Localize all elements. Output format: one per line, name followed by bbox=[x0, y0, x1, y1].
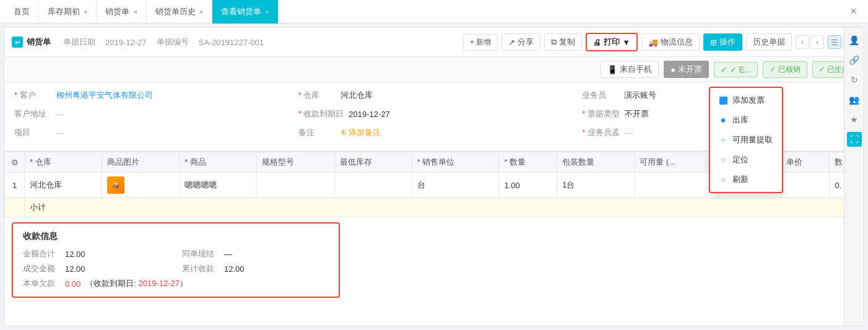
sales-rep-label: 业务员孟 bbox=[582, 127, 620, 138]
nav-arrows: ‹ › bbox=[796, 35, 824, 49]
tab-view-close[interactable]: × bbox=[265, 8, 269, 15]
tab-sales-label: 销货单 bbox=[105, 6, 129, 17]
sidebar-star-btn[interactable]: ★ bbox=[847, 112, 862, 127]
doc-type-icon: ↩ bbox=[12, 37, 23, 48]
tab-sales[interactable]: 销货单 × bbox=[97, 0, 146, 24]
not-open-icon: ● bbox=[671, 65, 675, 74]
sidebar-expand-btn[interactable]: ⛶ bbox=[847, 132, 862, 147]
customer-label: 客户 bbox=[14, 90, 51, 101]
add-invoice-icon bbox=[719, 96, 727, 105]
row-available bbox=[635, 173, 719, 198]
available-pickup-label: 可用量提取 bbox=[732, 134, 773, 145]
doc-meta: 单据日期 2019-12-27 单据编号 SA-20191227-001 bbox=[63, 37, 463, 48]
doc-header: ↩ 销货单 单据日期 2019-12-27 单据编号 SA-20191227-0… bbox=[4, 28, 864, 57]
copy-icon: ⧉ bbox=[551, 37, 557, 47]
customer-value[interactable]: 柳州粤港平安气体有限公司 bbox=[54, 89, 155, 102]
tab-inventory[interactable]: 库存期初 × bbox=[39, 0, 97, 24]
product-thumbnail: 📦 bbox=[107, 176, 124, 194]
note-label: 备注 bbox=[298, 127, 336, 138]
new-button[interactable]: + 新增 bbox=[463, 34, 498, 51]
salesperson-value: 演示账号 bbox=[622, 89, 659, 102]
tab-bar: 首页 库存期初 × 销货单 × 销货单历史 × 查看销货单 × × bbox=[0, 0, 868, 24]
tab-sales-history[interactable]: 销货单历史 × bbox=[147, 0, 212, 24]
tab-home[interactable]: 首页 bbox=[5, 0, 39, 24]
tab-history-close[interactable]: × bbox=[199, 8, 203, 15]
dropdown-refresh[interactable]: ○ 刷新 bbox=[710, 170, 782, 189]
warehouse-field: 仓库 河北仓库 bbox=[298, 89, 570, 102]
payment-date-value: 2019-12-27 bbox=[346, 108, 393, 120]
dropdown-add-invoice[interactable]: 添加发票 bbox=[710, 90, 782, 110]
nav-prev[interactable]: ‹ bbox=[796, 35, 809, 49]
print-icon: 🖨 bbox=[593, 38, 601, 47]
share-button[interactable]: ↗ 分享 bbox=[501, 33, 540, 51]
tab-inventory-close[interactable]: × bbox=[84, 8, 87, 15]
tab-sales-close[interactable]: × bbox=[133, 8, 137, 15]
add-note-btn[interactable]: ⊕ 添加备注 bbox=[338, 126, 384, 139]
locate-icon: ○ bbox=[719, 155, 727, 164]
col-image: 商品图片 bbox=[102, 152, 180, 173]
not-open-button[interactable]: ● 未开票 bbox=[664, 61, 709, 78]
add-note-icon: ⊕ bbox=[341, 128, 347, 137]
transaction-amount-value: 12.00 bbox=[65, 264, 85, 274]
settings-icon: ⚙ bbox=[10, 158, 19, 167]
outbound-icon: ● bbox=[719, 116, 727, 124]
cumulative-value: 12.00 bbox=[224, 264, 245, 274]
tab-view-sales[interactable]: 查看销货单 × bbox=[212, 0, 278, 24]
payment-info-title: 收款信息 bbox=[23, 231, 329, 242]
sidebar-person-btn[interactable]: 👤 bbox=[847, 33, 862, 48]
tab-inventory-label: 库存期初 bbox=[48, 6, 80, 17]
project-value: — bbox=[54, 127, 67, 139]
nav-next[interactable]: › bbox=[810, 35, 824, 49]
check-green-button[interactable]: ✓ ✓ E... bbox=[714, 62, 758, 77]
toolbar-row: 📱 来自手机 ● 未开票 ✓ ✓ E... ✓ 已核销 ✓ 已生效 bbox=[4, 57, 864, 82]
row-image: 📦 bbox=[102, 173, 180, 198]
project-label: 项目 bbox=[14, 127, 51, 138]
print-label: 打印 bbox=[604, 37, 620, 48]
phone-icon: 📱 bbox=[607, 65, 617, 74]
warehouse-value: 河北仓库 bbox=[338, 89, 375, 102]
payment-date-label: 收款到期日 bbox=[298, 108, 344, 119]
col-unit-price: 单价 bbox=[781, 152, 830, 173]
ticket-type-label: 票据类型 bbox=[582, 108, 620, 119]
add-invoice-label: 添加发票 bbox=[732, 95, 765, 106]
warehouse-label: 仓库 bbox=[298, 90, 336, 101]
dropdown-outbound[interactable]: ● 出库 bbox=[710, 110, 782, 130]
row-spec bbox=[257, 173, 334, 198]
operate-icon: ⊞ bbox=[710, 38, 717, 47]
from-phone-button[interactable]: 📱 来自手机 bbox=[601, 61, 659, 78]
col-settings[interactable]: ⚙ bbox=[5, 152, 25, 173]
address-value: — bbox=[54, 108, 67, 120]
payment-info-section: 收款信息 金额合计 12.00 同单现结 — 成交金额 12.00 累计收款 1… bbox=[12, 222, 340, 298]
print-button[interactable]: 🖨 打印 ▼ bbox=[586, 33, 638, 51]
row-min-stock bbox=[334, 173, 412, 198]
cumulative-row: 累计收款 12.00 bbox=[182, 263, 329, 274]
row-package-qty: 1台 bbox=[557, 173, 635, 198]
tab-bar-close-btn[interactable]: × bbox=[844, 5, 863, 18]
copy-button[interactable]: ⧉ 复制 bbox=[544, 33, 582, 51]
share-label: 分享 bbox=[518, 37, 534, 48]
dropdown-available-pickup[interactable]: ○ 可用量提取 bbox=[710, 130, 782, 150]
sidebar-user2-btn[interactable]: 👥 bbox=[847, 92, 862, 107]
col-package-qty: 包装数量 bbox=[557, 152, 635, 173]
dropdown-locate[interactable]: ○ 定位 bbox=[710, 150, 782, 170]
cancelled-button[interactable]: ✓ 已核销 bbox=[763, 61, 807, 78]
total-amount-value: 12.00 bbox=[65, 250, 85, 259]
payment-date-field: 收款到期日 2019-12-27 bbox=[298, 108, 570, 120]
dropdown-menu: 添加发票 ● 出库 ○ 可用量提取 ○ 定位 ○ 刷新 bbox=[709, 87, 783, 193]
sidebar-link-btn[interactable]: 🔗 bbox=[847, 53, 862, 67]
payment-info-grid: 金额合计 12.00 同单现结 — 成交金额 12.00 累计收款 12.00 … bbox=[23, 248, 329, 289]
history-button[interactable]: 历史单据 bbox=[746, 33, 792, 51]
customer-field: 客户 柳州粤港平安气体有限公司 bbox=[14, 89, 286, 102]
sidebar-rotate-btn[interactable]: ↻ bbox=[847, 72, 862, 87]
transaction-amount-label: 成交金额 bbox=[23, 263, 60, 274]
col-product: * 商品 bbox=[180, 152, 257, 173]
cumulative-label: 累计收款 bbox=[182, 263, 219, 274]
logistics-button[interactable]: 🚚 物流信息 bbox=[641, 33, 700, 51]
row-unit-price bbox=[781, 173, 830, 198]
operate-button[interactable]: ⊞ 操作 bbox=[703, 33, 742, 51]
print-dropdown-icon: ▼ bbox=[622, 38, 630, 47]
right-sidebar: 👤 🔗 ↻ 👥 ★ ⛶ bbox=[844, 28, 864, 326]
view-list[interactable]: ☰ bbox=[828, 35, 841, 49]
project-field: 项目 — bbox=[14, 127, 286, 139]
row-quantity: 1.00 bbox=[499, 173, 557, 198]
